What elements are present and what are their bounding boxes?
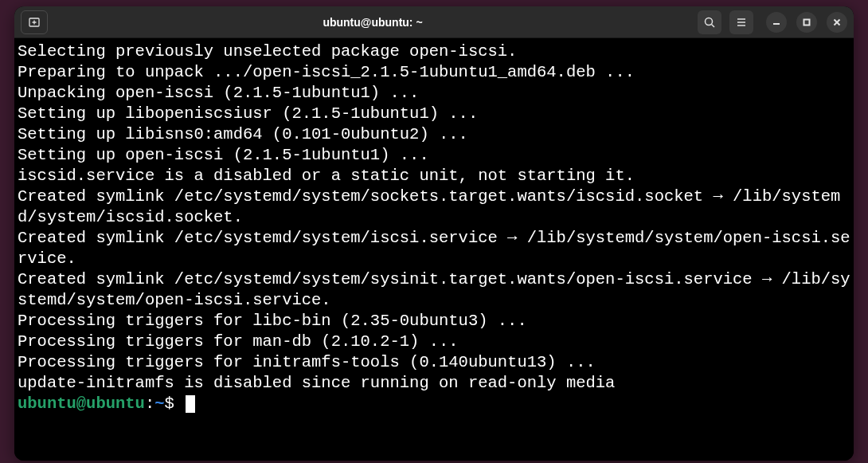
terminal-output: Selecting previously unselected package … [18, 42, 850, 392]
new-tab-button[interactable] [21, 10, 48, 34]
prompt-colon: : [145, 394, 154, 413]
new-tab-icon [28, 16, 41, 29]
maximize-button[interactable] [796, 12, 817, 33]
hamburger-icon [735, 16, 748, 29]
search-button[interactable] [698, 10, 721, 34]
prompt-path: ~ [154, 394, 164, 413]
titlebar-left [21, 10, 48, 34]
svg-point-3 [706, 18, 713, 25]
cursor [186, 395, 195, 413]
maximize-icon [802, 18, 811, 27]
close-icon [832, 18, 842, 27]
prompt-line: ubuntu@ubuntu:~$ [18, 394, 195, 413]
window-title: ubuntu@ubuntu: ~ [48, 16, 698, 29]
svg-line-4 [712, 24, 715, 27]
terminal-body[interactable]: Selecting previously unselected package … [14, 38, 854, 461]
menu-button[interactable] [729, 10, 753, 34]
terminal-window: ubuntu@ubuntu: ~ [14, 6, 854, 461]
minimize-icon [772, 18, 781, 27]
svg-rect-9 [804, 19, 810, 25]
titlebar-right [698, 10, 847, 34]
close-button[interactable] [827, 12, 847, 33]
prompt-dollar: $ [165, 394, 185, 413]
prompt-userhost: ubuntu@ubuntu [18, 394, 145, 413]
titlebar: ubuntu@ubuntu: ~ [14, 6, 854, 38]
minimize-button[interactable] [766, 12, 787, 33]
window-controls [766, 12, 847, 33]
search-icon [703, 16, 716, 29]
